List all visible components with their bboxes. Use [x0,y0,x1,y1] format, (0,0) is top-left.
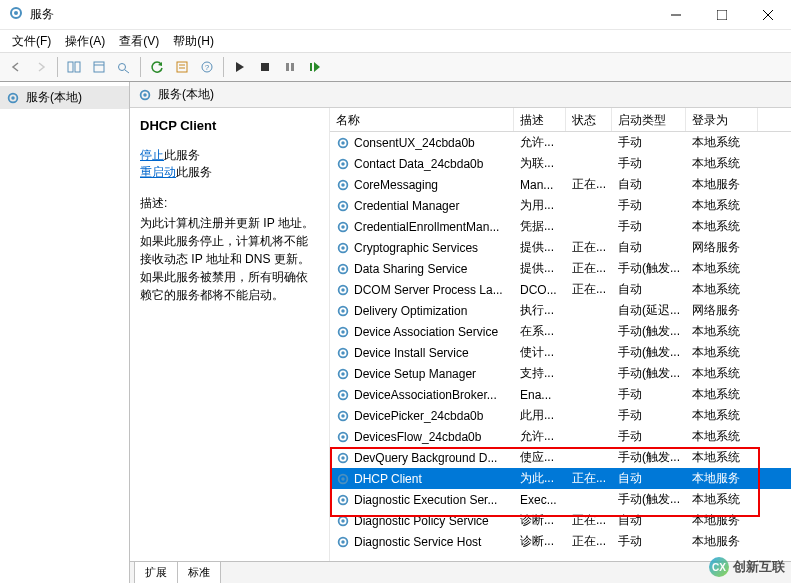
props-button[interactable] [170,55,194,79]
service-name: DevQuery Background D... [354,451,497,465]
menu-help[interactable]: 帮助(H) [167,31,220,52]
service-icon [336,451,350,465]
service-status: 正在... [566,174,612,195]
col-logon[interactable]: 登录为 [686,108,758,131]
maximize-button[interactable] [699,0,745,30]
svg-rect-8 [94,62,104,72]
service-row[interactable]: Credential Manager为用...手动本地系统 [330,195,791,216]
service-logon: 本地服务 [686,531,758,552]
service-row[interactable]: ConsentUX_24cbda0b允许...手动本地系统 [330,132,791,153]
service-row[interactable]: CredentialEnrollmentMan...凭据...手动本地系统 [330,216,791,237]
service-logon: 本地服务 [686,174,758,195]
service-logon: 本地系统 [686,132,758,153]
service-row[interactable]: DevQuery Background D...使应...手动(触发...本地系… [330,447,791,468]
close-button[interactable] [745,0,791,30]
service-logon: 本地系统 [686,153,758,174]
svg-point-50 [341,393,345,397]
service-row[interactable]: Cryptographic Services提供...正在...自动网络服务 [330,237,791,258]
service-icon [336,493,350,507]
service-row[interactable]: CoreMessagingMan...正在...自动本地服务 [330,174,791,195]
service-row[interactable]: DevicePicker_24cbda0b此用...手动本地系统 [330,405,791,426]
restart-link[interactable]: 重启动 [140,165,176,179]
export-button[interactable] [112,55,136,79]
service-row[interactable]: Data Sharing Service提供...正在...手动(触发...本地… [330,258,791,279]
svg-point-28 [341,162,345,166]
service-icon [336,136,350,150]
service-startup: 自动 [612,468,686,489]
menu-action[interactable]: 操作(A) [59,31,111,52]
service-desc: 为联... [514,153,566,174]
watermark-text: 创新互联 [733,558,785,576]
restart-button[interactable] [303,55,327,79]
tree-root-item[interactable]: 服务(本地) [0,86,129,109]
service-row[interactable]: DeviceAssociationBroker...Ena...手动本地系统 [330,384,791,405]
desc-label: 描述: [140,195,319,212]
service-icon [336,514,350,528]
service-logon: 本地系统 [686,258,758,279]
svg-point-34 [341,225,345,229]
svg-rect-12 [177,62,187,72]
service-status [566,309,612,313]
forward-button[interactable] [29,55,53,79]
tree-root-label: 服务(本地) [26,89,82,106]
service-icon [336,220,350,234]
service-icon [336,409,350,423]
service-startup: 手动 [612,531,686,552]
svg-point-42 [341,309,345,313]
service-startup: 手动 [612,195,686,216]
service-row[interactable]: Delivery Optimization执行...自动(延迟...网络服务 [330,300,791,321]
bottom-tabs: 扩展 标准 [130,561,791,583]
svg-rect-7 [75,62,80,72]
service-status [566,372,612,376]
service-row[interactable]: Contact Data_24cbda0b为联...手动本地系统 [330,153,791,174]
service-icon [336,367,350,381]
menu-view[interactable]: 查看(V) [113,31,165,52]
service-row[interactable]: Device Association Service在系...手动(触发...本… [330,321,791,342]
service-row[interactable]: DHCP Client为此...正在...自动本地服务 [330,468,791,489]
svg-point-40 [341,288,345,292]
help-button[interactable]: ? [195,55,219,79]
service-name: Data Sharing Service [354,262,467,276]
col-desc[interactable]: 描述 [514,108,566,131]
tab-extended[interactable]: 扩展 [134,561,178,583]
minimize-button[interactable] [653,0,699,30]
svg-rect-20 [310,63,312,71]
svg-point-30 [341,183,345,187]
start-button[interactable] [228,55,252,79]
tab-standard[interactable]: 标准 [177,561,221,583]
service-row[interactable]: Diagnostic Execution Ser...Exec...手动(触发.… [330,489,791,510]
pause-button[interactable] [278,55,302,79]
col-name[interactable]: 名称 [330,108,514,131]
service-row[interactable]: DCOM Server Process La...DCO...正在...自动本地… [330,279,791,300]
back-button[interactable] [4,55,28,79]
stop-button[interactable] [253,55,277,79]
properties-button[interactable] [87,55,111,79]
service-name: CoreMessaging [354,178,438,192]
service-status [566,204,612,208]
service-desc: 使计... [514,342,566,363]
service-name: Diagnostic Policy Service [354,514,489,528]
stop-link[interactable]: 停止 [140,148,164,162]
svg-point-22 [11,96,15,100]
menu-file[interactable]: 文件(F) [6,31,57,52]
app-icon [8,5,24,24]
service-logon: 本地系统 [686,279,758,300]
service-logon: 本地系统 [686,426,758,447]
service-row[interactable]: Diagnostic Service Host诊断...正在...手动本地服务 [330,531,791,552]
svg-rect-18 [286,63,289,71]
refresh-button[interactable] [145,55,169,79]
service-logon: 本地系统 [686,405,758,426]
service-row[interactable]: Device Setup Manager支持...手动(触发...本地系统 [330,363,791,384]
svg-line-11 [125,70,129,73]
service-icon [336,178,350,192]
svg-rect-6 [68,62,73,72]
col-startup[interactable]: 启动类型 [612,108,686,131]
service-status: 正在... [566,237,612,258]
window-title: 服务 [30,6,54,23]
show-hide-button[interactable] [62,55,86,79]
col-status[interactable]: 状态 [566,108,612,131]
service-status [566,498,612,502]
service-row[interactable]: DevicesFlow_24cbda0b允许...手动本地系统 [330,426,791,447]
service-row[interactable]: Device Install Service使计...手动(触发...本地系统 [330,342,791,363]
service-row[interactable]: Diagnostic Policy Service诊断...正在...自动本地服… [330,510,791,531]
